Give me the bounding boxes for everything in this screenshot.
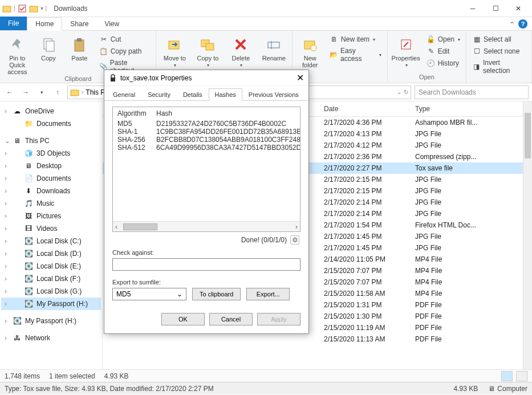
tree-desktop[interactable]: 🖥Desktop [1,160,101,172]
column-type[interactable]: Type [411,104,502,114]
copy-button[interactable]: Copy [35,34,63,62]
up-button[interactable]: ↑ [51,86,64,99]
recent-button[interactable]: ▾ [35,86,48,99]
dialog-tab-previous-versions[interactable]: Previous Versions [242,88,305,101]
tree-my-passport-h[interactable]: 💽My Passport (H:) [1,298,101,310]
refresh-icon[interactable]: ↻ [404,89,408,95]
breadcrumb[interactable]: This P [86,88,105,96]
file-date: 2/17/2020 1:54 PM [319,221,411,230]
pictures-icon: 🖼 [24,211,33,221]
dialog-close-button[interactable]: ✕ [297,72,304,83]
hash-row[interactable]: SHA-256B2FCBB8D07C138054ABB9A018100C3FF2… [117,136,300,144]
close-button[interactable]: ✕ [507,0,530,17]
info-bar: Type: Tox save file, Size: 4.93 KB, Date… [0,382,532,394]
search-input[interactable]: Search Downloads [415,85,529,99]
hash-row[interactable]: SHA-11C9BC38FA954DD26FE001DD72B35A68913B… [117,128,300,136]
export-algo-combobox[interactable]: MD5⌄ [112,288,186,300]
dialog-tab-general[interactable]: General [107,88,141,101]
copy-path-button[interactable]: 📋Copy path [97,46,153,56]
select-all-button[interactable]: ▦Select all [470,34,528,44]
pin-to-quick-access-button[interactable]: Pin to Quick access [3,34,31,75]
tree-3d-objects[interactable]: 🧊3D Objects [1,147,101,160]
copy-to-button[interactable]: Copy to▾ [193,34,222,68]
new-item-button[interactable]: 🗎New item▾ [327,34,384,44]
tree-onedrive[interactable]: ☁OneDrive [1,105,101,117]
cut-button[interactable]: ✂Cut [97,34,153,44]
file-date: 2/15/2020 1:30 PM [319,312,411,321]
tree-local-disk-c[interactable]: 💽Local Disk (C:) [1,235,101,247]
onedrive-icon: ☁ [13,107,22,116]
dialog-tab-hashes[interactable]: Hashes [209,88,242,101]
tree-local-disk-f[interactable]: 💽Local Disk (F:) [1,272,101,285]
delete-icon [232,35,250,54]
tree-local-disk-e[interactable]: 💽Local Disk (E:) [1,260,101,272]
tree-this-pc[interactable]: 🖥This PC [1,135,101,147]
tab-file[interactable]: File [0,17,27,30]
qat-folder-icon[interactable] [29,4,38,13]
forward-button[interactable]: → [19,86,32,99]
tree-pictures[interactable]: 🖼Pictures [1,210,101,222]
new-folder-button[interactable]: New folder [296,34,324,68]
tree-documents[interactable]: 📁Documents [1,117,101,130]
view-details-button[interactable] [501,371,513,381]
help-icon[interactable]: ? [518,19,527,28]
file-type: JPG File [411,129,502,139]
file-type: MP4 File [411,278,502,287]
paste-button[interactable]: Paste [66,34,94,62]
tree-network[interactable]: 🖧Network [1,332,101,344]
delete-button[interactable]: Delete▾ [226,34,255,68]
infobar-size: 4.93 KB [454,385,478,393]
tab-view[interactable]: View [96,18,127,30]
hash-row[interactable]: SHA-5126CA49D99956D38CA3A7427D5147BBD305… [117,144,300,152]
tree-my-passport-h2[interactable]: 💽My Passport (H:) [1,315,101,327]
qat-dropdown-icon[interactable]: ▾ [40,5,43,11]
tab-share[interactable]: Share [62,18,96,30]
check-against-input[interactable] [112,258,300,271]
tab-home[interactable]: Home [27,17,62,31]
dialog-tab-security[interactable]: Security [141,88,177,101]
file-type: JPG File [411,232,502,241]
view-icons-button[interactable] [516,371,527,381]
hash-horizontal-scrollbar[interactable]: ‹› [113,221,300,231]
file-date: 2/17/2020 2:27 PM [319,164,411,173]
history-icon: 🕘 [427,59,436,68]
column-date[interactable]: Date [319,104,411,114]
ok-button[interactable]: OK [161,313,205,325]
minimize-button[interactable]: ─ [461,0,484,17]
hash-row[interactable]: MD5D21953327A24D2760C5B736DF4B0002C [117,120,300,128]
invert-selection-button[interactable]: ◨Invert selection [470,58,528,75]
dialog-tab-details[interactable]: Details [177,88,209,101]
easy-access-button[interactable]: 📂Easy access▾ [327,46,384,63]
rename-button[interactable]: Rename [259,34,289,62]
history-button[interactable]: 🕘History [424,58,462,68]
maximize-button[interactable]: ☐ [484,0,507,17]
back-button[interactable]: ← [3,86,16,99]
edit-button[interactable]: ✎Edit [424,46,462,56]
drive-icon: 💽 [24,274,33,283]
qat-checkbox-icon[interactable] [18,4,27,13]
drive-icon: 💽 [24,299,33,308]
tree-music[interactable]: 🎵Music [1,197,101,210]
vertical-scrollbar[interactable] [523,101,532,369]
tree-downloads[interactable]: ⬇Downloads [1,185,101,197]
tree-videos[interactable]: 🎞Videos [1,222,101,235]
tree-documents[interactable]: 📄Documents [1,172,101,185]
export-button[interactable]: Export... [246,288,290,300]
navigation-tree[interactable]: ☁OneDrive 📁Documents 🖥This PC 🧊3D Object… [0,101,103,369]
table-row[interactable]: 2/15/2020 11:13 AMPDF File [103,333,523,345]
properties-button[interactable]: Properties▾ [391,34,421,68]
collapse-ribbon-icon[interactable]: ⌃ [509,21,515,28]
tree-local-disk-g[interactable]: 💽Local Disk (G:) [1,285,101,298]
drive-icon: 💽 [24,237,33,246]
move-to-button[interactable]: Move to▾ [160,34,189,68]
address-dropdown-icon[interactable]: ⌄ [397,89,401,95]
dialog-title-bar[interactable]: tox_save.tox Properties ✕ [104,70,308,86]
to-clipboard-button[interactable]: To clipboard [192,288,241,300]
tree-local-disk-d[interactable]: 💽Local Disk (D:) [1,247,101,260]
select-none-button[interactable]: ☐Select none [470,46,528,56]
gear-icon[interactable]: ⚙ [290,235,299,245]
group-label-open: Open [391,74,462,82]
open-button[interactable]: 🔓Open▾ [424,34,462,44]
apply-button[interactable]: Apply [257,313,300,325]
cancel-button[interactable]: Cancel [209,313,253,325]
